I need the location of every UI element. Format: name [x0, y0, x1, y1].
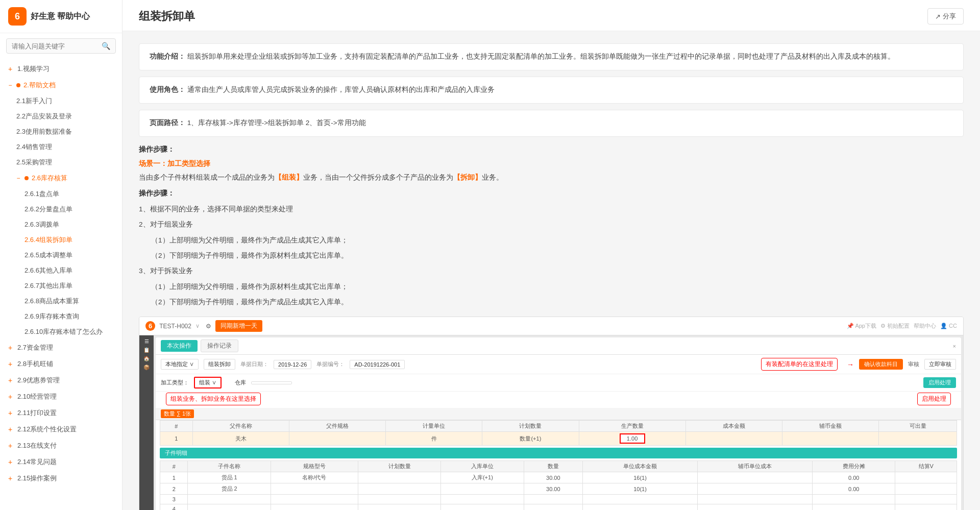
td-settle-val	[895, 483, 957, 495]
nav-tree: + 1.视频学习 − 2.帮助文档 2.1新手入门 2.2产品安装及登录 2.3…	[0, 59, 122, 510]
search-input[interactable]	[12, 42, 102, 50]
table-row: 4	[160, 504, 957, 510]
sc-field2-input[interactable]	[251, 381, 292, 384]
sidebar-item-inventory[interactable]: − 2.6库存核算	[0, 170, 122, 186]
share-button[interactable]: ↗ 分享	[927, 8, 964, 25]
sidebar-item-label: 1.视频学习	[17, 64, 50, 74]
sc-form-no: AD-20191226-001	[350, 360, 405, 369]
td-child-name: 货品 2	[188, 483, 271, 495]
sc-main-window: 本次操作 操作记录 × 本地指定 ∨ 组装拆卸 单据日期： 2019-12-26…	[156, 337, 961, 510]
sc-field1-value[interactable]: 组装 ∨	[194, 377, 222, 388]
sub-item-label: 2.6.4组装拆卸单	[24, 235, 72, 245]
sidebar-item-other-in[interactable]: 2.6.6其他入库单	[0, 263, 122, 278]
main-header: 组装拆卸单 ↗ 分享	[122, 0, 980, 31]
td-num: 1	[160, 432, 193, 446]
sidebar-item-count[interactable]: 2.6.1盘点单	[0, 186, 122, 202]
plus-icon: +	[6, 376, 14, 384]
th-child-name: 子件名称	[188, 461, 271, 472]
sidebar-item-coupon[interactable]: + 2.9优惠券管理	[0, 372, 122, 388]
sidebar-item-cost-adjust[interactable]: 2.6.5成本调整单	[0, 248, 122, 263]
sidebar-item-purchase[interactable]: 2.5采购管理	[0, 155, 122, 170]
sidebar-item-cost-calc[interactable]: 2.6.8商品成本重算	[0, 294, 122, 309]
plus-icon: +	[6, 458, 14, 466]
annotation3: 启用处理	[917, 393, 951, 405]
td-child-plan-qty	[358, 483, 440, 495]
sidebar-item-print[interactable]: + 2.11打印设置	[0, 405, 122, 421]
td-child-spec: 名称/代号	[271, 472, 358, 483]
th-settle: 结算V	[895, 461, 957, 472]
sc-new-btn[interactable]: 同期新增一天	[215, 320, 262, 332]
share-label: 分享	[943, 12, 956, 21]
th-available: 可出量	[879, 421, 957, 432]
sc-tab-active[interactable]: 本次操作	[161, 340, 198, 352]
th-sub-cost: 辅币金额	[782, 421, 878, 432]
ops-steps-heading2: 操作步骤：	[139, 189, 964, 198]
sc-process-btn[interactable]: 启用处理	[923, 377, 956, 388]
sub-item-label: 2.6.2分量盘点单	[24, 205, 72, 214]
sidebar-item-label: 2.7资金管理	[17, 343, 53, 352]
sidebar-item-label: 2.9优惠券管理	[17, 376, 60, 385]
sidebar-item-ops[interactable]: + 2.10经营管理	[0, 388, 122, 405]
sidebar-item-newcomer[interactable]: 2.1新手入门	[0, 93, 122, 109]
sc-field1-label: 加工类型：	[161, 379, 189, 386]
step3: 3、对于拆装业务	[139, 265, 964, 277]
th-sub-unit-cost: 辅币单位成本	[698, 461, 813, 472]
sidebar-item-video[interactable]: + 1.视频学习	[0, 61, 122, 77]
step2-sub1: （1）上部明细为父件明细，最终作为产成品生成其它入库单；	[151, 234, 964, 247]
sc-upper-table: # 父件名称 父件规格 计量单位 计划数量 生产数量 成本金额 辅币金额 可出量	[160, 420, 957, 446]
minus-icon: −	[14, 174, 22, 182]
sidebar-item-assemble[interactable]: 2.6.4组装拆卸单	[0, 232, 122, 248]
search-icon: 🔍	[102, 42, 110, 50]
share-icon: ↗	[935, 13, 941, 20]
sidebar-item-finance[interactable]: + 2.7资金管理	[0, 339, 122, 356]
sub-item-label: 2.3使用前数据准备	[16, 127, 72, 136]
sidebar-item-partial-count[interactable]: 2.6.2分量盘点单	[0, 202, 122, 217]
sidebar-item-stock-book[interactable]: 2.6.9库存账本查询	[0, 309, 122, 324]
sidebar-item-other-out[interactable]: 2.6.7其他出库单	[0, 278, 122, 294]
sidebar-item-pay[interactable]: + 2.13在线支付	[0, 438, 122, 454]
sidebar-item-adjust[interactable]: 2.6.3调拨单	[0, 217, 122, 232]
sidebar-item-stock-err[interactable]: 2.6.10库存账本错了怎么办	[0, 324, 122, 339]
sidebar-item-faq[interactable]: + 2.14常见问题	[0, 454, 122, 470]
intro-label: 功能介绍：	[150, 53, 185, 60]
sidebar-item-docs[interactable]: − 2.帮助文档	[0, 77, 122, 93]
step1: 1、根据不同的业务，选择不同单据的类型来处理	[139, 203, 964, 215]
th-parent-name: 父件名称	[192, 421, 289, 432]
sidebar-item-personalize[interactable]: + 2.12系统个性化设置	[0, 421, 122, 438]
search-box[interactable]: 🔍	[6, 38, 116, 54]
plus-icon: +	[6, 344, 14, 352]
prod-qty-input[interactable]: 1.00	[620, 433, 645, 444]
sc-confirm-btn[interactable]: 确认收款科目	[859, 359, 903, 370]
th-in-unit: 入库单位	[441, 461, 524, 472]
ops-heading: 操作步骤：	[139, 145, 964, 154]
sidebar-item-label: 2.10经营管理	[17, 392, 57, 401]
td-settle-val	[895, 472, 957, 483]
sub-item-label: 2.4销售管理	[16, 142, 52, 152]
step2: 2、对于组装业务	[139, 218, 964, 231]
sub-item-label: 2.6.6其他入库单	[24, 266, 72, 275]
td-parent-spec	[289, 432, 385, 446]
annotation1: 有装配清单的在这里处理	[761, 358, 838, 371]
scene1-desc: 当由多个子件材料组装成一个成品的业务为【组装】业务，当由一个父件拆分成多个子产品…	[139, 172, 964, 184]
sidebar-item-data-prep[interactable]: 2.3使用前数据准备	[0, 124, 122, 139]
th-qty: 数量	[524, 461, 582, 472]
sc-topbar-id: TEST-H002	[159, 323, 191, 330]
td-cost	[685, 432, 782, 446]
sc-tab2[interactable]: 操作记录	[201, 339, 238, 352]
table-row: 2 货品 2 30.00 10(1) 0.00	[160, 483, 957, 495]
td-sub-num: 2	[160, 483, 188, 495]
th-plan-qty: 计划数量	[482, 421, 579, 432]
td-unit-cost-val: 16(1)	[583, 472, 698, 483]
minus-icon: −	[6, 81, 14, 89]
td-sub-unit-cost-val	[698, 472, 813, 483]
sidebar-item-mobile[interactable]: + 2.8手机旺铺	[0, 356, 122, 372]
sc-form-field1: 审核	[908, 360, 919, 368]
table-row: 1 货品 1 名称/代号 入库(+1) 30.00 16(1) 0.00	[160, 472, 957, 483]
sidebar-item-cases[interactable]: + 2.15操作案例	[0, 470, 122, 487]
sidebar-item-sales[interactable]: 2.4销售管理	[0, 139, 122, 155]
active-dot	[24, 176, 29, 180]
sidebar-item-install[interactable]: 2.2产品安装及登录	[0, 109, 122, 124]
sc-approve-btn[interactable]: 立即审核	[924, 359, 956, 370]
intro-text: 组装拆卸单用来处理企业组装或拆卸等加工业务，支持有固定装配清单的产品加工业务，也…	[187, 53, 895, 60]
plus-icon: +	[6, 360, 14, 368]
